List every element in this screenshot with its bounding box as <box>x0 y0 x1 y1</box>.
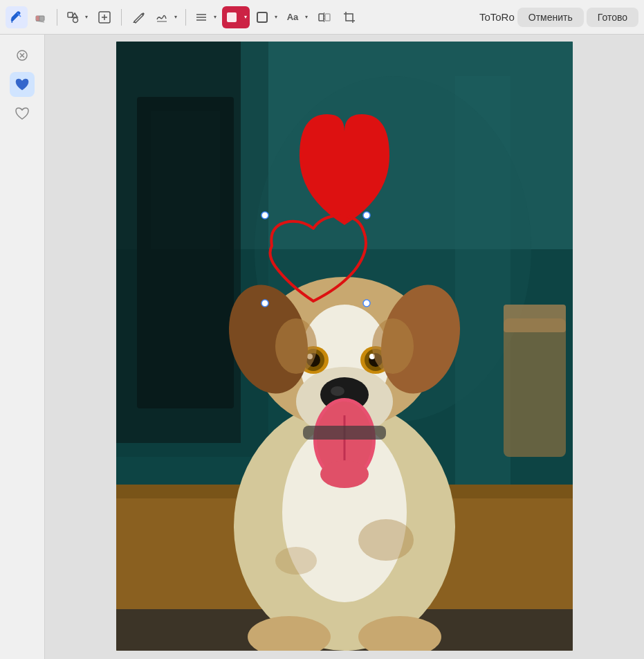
svg-rect-30 <box>504 305 566 332</box>
svg-rect-16 <box>319 14 324 21</box>
border-color-button[interactable]: ▾ <box>252 6 280 28</box>
svg-point-54 <box>275 318 317 374</box>
lines-arrow: ▾ <box>211 6 219 28</box>
filled-heart-sidebar-button[interactable] <box>10 72 35 97</box>
lines-tool-button[interactable]: ▾ <box>192 6 219 28</box>
svg-rect-17 <box>325 14 330 21</box>
sep-2 <box>121 9 122 26</box>
cancel-button[interactable]: Отменить <box>517 8 584 27</box>
signature-tool-button[interactable]: ▾ <box>152 6 180 28</box>
drawing-tools-group <box>6 6 51 28</box>
svg-point-40 <box>331 386 344 396</box>
border-color-icon <box>252 6 272 28</box>
sep-1 <box>57 9 57 26</box>
svg-rect-14 <box>227 12 237 22</box>
close-sidebar-button[interactable] <box>10 43 35 68</box>
svg-rect-29 <box>504 318 566 457</box>
pen-tool-button[interactable] <box>6 6 28 28</box>
svg-point-59 <box>358 519 414 561</box>
done-button[interactable]: Готово <box>587 8 638 27</box>
crop-button[interactable] <box>338 6 360 28</box>
svg-rect-26 <box>151 111 220 249</box>
shapes-tool-button[interactable]: ▾ <box>63 6 91 28</box>
shapes-arrow: ▾ <box>82 6 91 28</box>
svg-point-5 <box>73 17 78 22</box>
svg-rect-56 <box>303 426 386 440</box>
image-canvas[interactable] <box>116 42 573 651</box>
fill-color-icon <box>222 6 241 28</box>
shapes-icon <box>63 6 82 28</box>
signature-arrow: ▾ <box>172 6 180 28</box>
svg-point-51 <box>320 460 369 488</box>
dog-photo <box>116 42 573 651</box>
text-size-icon: Aa <box>283 6 302 28</box>
dog-illustration <box>116 42 573 651</box>
main-content-area <box>45 35 644 659</box>
svg-rect-15 <box>257 12 267 22</box>
outline-heart-sidebar-button[interactable] <box>10 101 35 126</box>
user-name: ToToRo <box>479 11 515 23</box>
text-size-arrow: ▾ <box>302 6 311 28</box>
top-toolbar: ▾ ▾ <box>0 0 644 35</box>
fill-color-arrow: ▾ <box>241 6 250 28</box>
left-sidebar <box>0 35 45 659</box>
fill-color-button[interactable]: ▾ <box>222 6 250 28</box>
svg-point-55 <box>372 318 414 374</box>
svg-point-60 <box>275 547 317 575</box>
svg-rect-1 <box>36 16 39 21</box>
text-size-button[interactable]: Aa ▾ <box>283 6 311 28</box>
pencil-tool-button[interactable] <box>127 6 149 28</box>
sep-3 <box>185 9 186 26</box>
flip-button[interactable] <box>313 6 335 28</box>
eraser-tool-button[interactable] <box>29 6 51 28</box>
border-color-arrow: ▾ <box>272 6 280 28</box>
signature-icon <box>152 6 172 28</box>
lines-icon <box>192 6 211 28</box>
insert-button[interactable] <box>93 6 116 28</box>
